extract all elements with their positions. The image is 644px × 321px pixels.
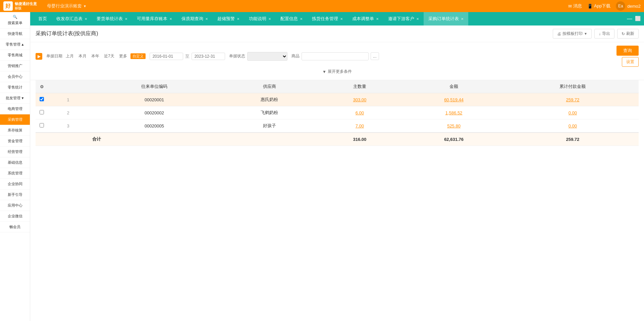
sidebar-item-enterprise-collab[interactable]: 企业协同 [0, 179, 30, 190]
query-btn[interactable]: 查询 [616, 46, 639, 56]
sidebar-item-app-center[interactable]: 应用中心 [0, 200, 30, 211]
table-row[interactable]: 3 00020005 好孩子 7.00 525.80 0.00 [36, 119, 639, 133]
nav-purchase-order-stats[interactable]: 采购订单统计表 ✕ [424, 12, 468, 25]
sidebar-item-system-mgmt[interactable]: 系统管理 [0, 168, 30, 179]
sidebar-item-operations[interactable]: 经营管理 [0, 147, 30, 157]
shortcut-7days[interactable]: 近7天 [103, 53, 116, 60]
refresh-btn[interactable]: ↻ 刷新 [617, 29, 639, 39]
expand-more-btn[interactable]: ▼ 展开更多条件 [36, 67, 639, 76]
nav-inventory-ledger[interactable]: 可用量库存账本 ✕ [132, 12, 177, 25]
row-amount[interactable]: 525.80 [401, 119, 506, 133]
nav-close-purchase-stats[interactable]: ✕ [125, 17, 127, 21]
export-btn[interactable]: ↓ 导出 [594, 29, 614, 39]
row-num: 3 [48, 119, 88, 133]
nav-pick-task[interactable]: 拣货任务管理 ✕ [307, 12, 347, 25]
nav-close-cost-adjust[interactable]: ✕ [376, 17, 379, 21]
sidebar-item-ecommerce[interactable]: 电商管理 [0, 104, 30, 114]
sidebar-item-purchase-mgmt[interactable]: 采购管理 [0, 114, 30, 125]
sidebar-item-retail-shop[interactable]: 零售商城 [0, 50, 30, 61]
sidebar-item-enterprise-wechat[interactable]: 企业微信 [0, 211, 30, 222]
sidebar-item-basic-info[interactable]: 基础信息 [0, 157, 30, 168]
nav-close-purchase-order-stats[interactable]: ✕ [461, 17, 464, 21]
col-paid-amount[interactable]: 累计付款金额 [507, 80, 639, 93]
shortcut-this-month[interactable]: 本月 [77, 53, 88, 60]
nav-close-overstock-warning[interactable]: ✕ [237, 17, 239, 21]
col-unit-code[interactable]: 往来单位编码 [88, 80, 220, 93]
filter-row: ▶ 单据日期 上月 本月 本年 近7天 更多 自定义 [36, 46, 639, 67]
expand-icon: ▼ [322, 69, 326, 74]
shortcut-last-month[interactable]: 上月 [64, 53, 75, 60]
status-select[interactable] [247, 52, 287, 61]
message-btn[interactable]: ✉ 消息 [568, 3, 582, 9]
row-paid-amount[interactable]: 0.00 [507, 119, 639, 133]
col-main-qty[interactable]: 主数量 [319, 80, 401, 93]
sidebar-item-members[interactable]: 畅会员 [0, 222, 30, 232]
toggle-filter-btn[interactable]: ▶ [36, 53, 42, 60]
sidebar-item-retail-mgmt[interactable]: 零售管理 ▲ [0, 39, 30, 50]
user-area[interactable]: Ea demo2 [616, 1, 641, 11]
date-to-input[interactable] [192, 53, 225, 60]
date-from-input[interactable] [150, 53, 183, 60]
nav-overstock-warning[interactable]: 超储预警 ✕ [213, 12, 244, 25]
nav-invite-downstream[interactable]: 邀请下游客户 ✕ [383, 12, 424, 25]
nav-close-receive-summary[interactable]: ✕ [85, 17, 87, 21]
sidebar-item-finance[interactable]: 资金管理 [0, 136, 30, 147]
sidebar-item-retail-stats[interactable]: 零售统计 [0, 82, 30, 93]
nav-close-function-desc[interactable]: ✕ [268, 17, 271, 21]
table-header-row: ⚙ 往来单位编码 供应商 主数量 [36, 80, 639, 93]
nav-home[interactable]: 首页 [34, 12, 52, 25]
print-btn[interactable]: 🖨 按模板打印 ▼ [553, 29, 592, 39]
sidebar-item-quick-nav[interactable]: 快捷导航 [0, 29, 30, 39]
nav-expiry-query[interactable]: 保质期查询 ✕ [177, 12, 213, 25]
row-amount[interactable]: 60,519.44 [401, 93, 506, 106]
nav-close-expiry-query[interactable]: ✕ [205, 17, 208, 21]
settings-btn[interactable]: 设置 [622, 57, 639, 67]
row-checkbox[interactable] [36, 93, 48, 106]
row-amount[interactable]: 1,586.52 [401, 106, 506, 119]
maximize-icon[interactable]: ⬜ [635, 16, 641, 22]
nav-cost-adjust[interactable]: 成本调整单 ✕ [347, 12, 383, 25]
nav-purchase-stats[interactable]: 要货单统计表 ✕ [92, 12, 132, 25]
col-amount[interactable]: 金额 [401, 80, 506, 93]
col-supplier[interactable]: 供应商 [220, 80, 319, 93]
nav-close-invite-downstream[interactable]: ✕ [416, 17, 419, 21]
workspace-dropdown-icon[interactable]: ▼ [83, 4, 87, 8]
row-main-qty[interactable]: 6.00 [319, 106, 401, 119]
nav-bar: 首页 收发存汇总表 ✕ 要货单统计表 ✕ 可用量库存账本 ✕ 保质期查询 ✕ 超… [30, 12, 644, 25]
right-content: 首页 收发存汇总表 ✕ 要货单统计表 ✕ 可用量库存账本 ✕ 保质期查询 ✕ 超… [30, 12, 644, 321]
nav-close-config-info[interactable]: ✕ [300, 17, 303, 21]
table-row[interactable]: 2 00020002 飞鹤奶粉 6.00 1,586.52 0.00 [36, 106, 639, 119]
shortcut-this-year[interactable]: 本年 [90, 53, 101, 60]
sidebar-item-inventory[interactable]: 库存核算 [0, 125, 30, 136]
app-download-btn[interactable]: 📱 App下载 [587, 3, 610, 9]
top-bar-right: ✉ 消息 📱 App下载 Ea demo2 [568, 1, 641, 11]
table-row[interactable]: 1 00020001 惠氏奶粉 303.00 60,519.44 259.72 [36, 93, 639, 106]
sidebar-item-wholesale-mgmt[interactable]: 批发管理 ▼ [0, 93, 30, 104]
sidebar-item-marketing[interactable]: 营销推广 [0, 61, 30, 71]
col-settings[interactable]: ⚙ [36, 80, 48, 93]
shortcut-more[interactable]: 更多 [118, 53, 128, 60]
nav-close-pick-task[interactable]: ✕ [340, 17, 343, 21]
date-range-separator: 至 [185, 53, 190, 59]
goods-input[interactable] [302, 52, 369, 60]
page-title: 采购订单统计表(按供应商) [36, 30, 98, 37]
sidebar-item-new-guide[interactable]: 新手引导 [0, 190, 30, 200]
row-main-qty[interactable]: 7.00 [319, 119, 401, 133]
nav-close-inventory-ledger[interactable]: ✕ [169, 17, 172, 21]
row-checkbox[interactable] [36, 119, 48, 133]
row-checkbox[interactable] [36, 106, 48, 119]
sidebar-item-member-center[interactable]: 会员中心 [0, 71, 30, 82]
row-main-qty[interactable]: 303.00 [319, 93, 401, 106]
minimize-icon[interactable]: — [627, 16, 632, 22]
nav-function-desc[interactable]: 功能说明 ✕ [244, 12, 276, 25]
sidebar-item-search[interactable]: 🔍 搜索菜单 [0, 12, 30, 29]
row-supplier: 惠氏奶粉 [220, 93, 319, 106]
nav-receive-summary[interactable]: 收发存汇总表 ✕ [52, 12, 92, 25]
export-icon: ↓ [599, 32, 601, 36]
row-paid-amount[interactable]: 0.00 [507, 106, 639, 119]
nav-config-info[interactable]: 配置信息 ✕ [276, 12, 307, 25]
workspace-name: 母婴行业演示账套 [47, 3, 82, 9]
workspace-selector[interactable]: 母婴行业演示账套 ▼ [47, 3, 87, 9]
row-paid-amount[interactable]: 259.72 [507, 93, 639, 106]
goods-more-icon[interactable]: ... [371, 52, 379, 60]
